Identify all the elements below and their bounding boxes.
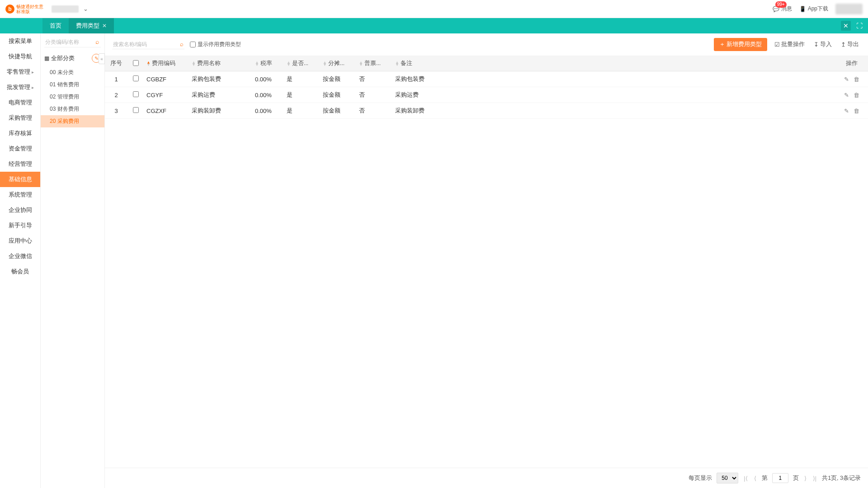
row-checkbox[interactable] xyxy=(133,91,139,97)
cell-yesno: 是 xyxy=(284,103,320,119)
th-name[interactable]: ▲▼费用名称 xyxy=(189,56,252,71)
tab-home-label: 首页 xyxy=(50,22,61,30)
table-search-input[interactable] xyxy=(112,40,184,49)
cell-index: 1 xyxy=(105,71,127,87)
search-icon[interactable]: ⌕ xyxy=(180,41,184,47)
nav-item[interactable]: 批发管理▸ xyxy=(0,80,40,95)
table-header-row: 序号 ▲▼费用编码 ▲▼费用名称 ▲▼税率 ▲▼是否... ▲▼分摊... ▲▼… xyxy=(105,56,868,71)
category-search: ⌕ xyxy=(41,33,104,51)
category-item[interactable]: 00 未分类 xyxy=(41,66,104,79)
th-rate[interactable]: ▲▼税率 xyxy=(252,56,284,71)
org-name-redacted xyxy=(52,5,79,13)
th-checkbox xyxy=(127,56,144,71)
edit-icon[interactable]: ✎ xyxy=(844,108,849,114)
cell-code: CGYF xyxy=(144,87,189,103)
fullscreen-button[interactable]: ⛶ xyxy=(854,21,864,31)
nav-item[interactable]: 企业协同 xyxy=(0,202,40,218)
delete-icon[interactable]: 🗑 xyxy=(854,92,859,99)
cell-remark: 采购包装费 xyxy=(392,71,835,87)
left-nav: 搜索菜单快捷导航零售管理▸批发管理▸电商管理采购管理库存核算资金管理经营管理基础… xyxy=(0,33,41,488)
user-menu[interactable] xyxy=(835,4,863,14)
main-area: 搜索菜单快捷导航零售管理▸批发管理▸电商管理采购管理库存核算资金管理经营管理基础… xyxy=(0,33,868,488)
category-search-input[interactable] xyxy=(44,37,101,47)
tab-home[interactable]: 首页 xyxy=(42,18,69,33)
nav-item[interactable]: 应用中心 xyxy=(0,233,40,249)
show-disabled-checkbox[interactable]: 显示停用费用类型 xyxy=(190,41,241,48)
show-disabled-input[interactable] xyxy=(190,42,196,47)
header-actions: 💬 消息 99+ 📱 App下载 xyxy=(773,4,863,14)
cell-index: 2 xyxy=(105,87,127,103)
chevron-left-icon: « xyxy=(100,56,103,61)
tab-expense-type-label: 费用类型 xyxy=(76,22,99,30)
th-invoice[interactable]: ▲▼普票... xyxy=(356,56,392,71)
nav-item[interactable]: 快捷导航 xyxy=(0,49,40,64)
last-page-button[interactable]: ⟩| xyxy=(812,475,817,482)
batch-icon: ☑ xyxy=(774,41,780,48)
edit-icon[interactable]: ✎ xyxy=(844,92,849,99)
category-item[interactable]: 01 销售费用 xyxy=(41,79,104,91)
per-page-select[interactable]: 50 xyxy=(717,473,738,483)
select-all-checkbox[interactable] xyxy=(133,60,139,66)
nav-item[interactable]: 新手引导 xyxy=(0,218,40,233)
org-selector[interactable]: ⌄ xyxy=(47,4,93,14)
nav-item-label: 资金管理 xyxy=(9,145,32,153)
nav-item[interactable]: 电商管理 xyxy=(0,95,40,110)
add-expense-type-button[interactable]: ＋ 新增费用类型 xyxy=(714,38,767,51)
nav-item[interactable]: 库存核算 xyxy=(0,126,40,141)
th-allocation[interactable]: ▲▼分摊... xyxy=(320,56,356,71)
first-page-button[interactable]: |⟨ xyxy=(743,475,748,482)
category-header[interactable]: ▦ 全部分类 ✎ xyxy=(41,51,104,66)
nav-item[interactable]: 资金管理 xyxy=(0,141,40,156)
cell-rate: 0.00% xyxy=(252,103,284,119)
export-button[interactable]: ↥ 导出 xyxy=(839,39,861,50)
avatar-redacted xyxy=(835,4,863,14)
row-checkbox[interactable] xyxy=(133,107,139,113)
table-body: 1CGBZF采购包装费0.00%是按金额否采购包装费✎🗑2CGYF采购运费0.0… xyxy=(105,71,868,119)
search-icon[interactable]: ⌕ xyxy=(95,38,99,45)
nav-item[interactable]: 系统管理 xyxy=(0,187,40,202)
collapse-panel-button[interactable]: « xyxy=(99,53,105,64)
nav-item-label: 采购管理 xyxy=(9,114,32,122)
th-index[interactable]: 序号 xyxy=(105,56,127,71)
table-wrap[interactable]: 序号 ▲▼费用编码 ▲▼费用名称 ▲▼税率 ▲▼是否... ▲▼分摊... ▲▼… xyxy=(105,56,868,468)
th-remark[interactable]: ▲▼备注 xyxy=(392,56,835,71)
nav-item[interactable]: 零售管理▸ xyxy=(0,64,40,80)
delete-icon[interactable]: 🗑 xyxy=(854,108,859,114)
nav-item[interactable]: 采购管理 xyxy=(0,110,40,126)
nav-item[interactable]: 畅会员 xyxy=(0,264,40,279)
app-download-button[interactable]: 📱 App下载 xyxy=(799,5,828,13)
cell-code: CGZXF xyxy=(144,103,189,119)
page-input[interactable] xyxy=(772,473,788,483)
cell-name: 采购装卸费 xyxy=(189,103,252,119)
nav-item[interactable]: 经营管理 xyxy=(0,156,40,172)
row-checkbox[interactable] xyxy=(133,75,139,81)
category-item[interactable]: 20 采购费用 xyxy=(41,115,104,127)
next-page-button[interactable]: ⟩ xyxy=(803,475,807,482)
import-button[interactable]: ↧ 导入 xyxy=(812,39,834,50)
page-prefix: 第 xyxy=(762,474,768,482)
cell-checkbox xyxy=(127,103,144,119)
edit-icon[interactable]: ✎ xyxy=(844,76,849,83)
nav-item-label: 企业微信 xyxy=(9,253,32,260)
cell-operations: ✎🗑 xyxy=(835,103,868,119)
th-code[interactable]: ▲▼费用编码 xyxy=(144,56,189,71)
category-list: 00 未分类01 销售费用02 管理费用03 财务费用20 采购费用 xyxy=(41,66,104,128)
close-icon[interactable]: ✕ xyxy=(102,23,107,29)
nav-item[interactable]: 企业微信 xyxy=(0,249,40,264)
close-all-tabs-button[interactable]: ✕ xyxy=(841,21,851,31)
nav-item-label: 系统管理 xyxy=(9,191,32,199)
tab-expense-type[interactable]: 费用类型 ✕ xyxy=(69,18,114,33)
cell-rate: 0.00% xyxy=(252,87,284,103)
category-item[interactable]: 02 管理费用 xyxy=(41,91,104,103)
batch-operate-button[interactable]: ☑ 批量操作 xyxy=(773,39,807,50)
th-yesno[interactable]: ▲▼是否... xyxy=(284,56,320,71)
delete-icon[interactable]: 🗑 xyxy=(854,76,859,83)
messages-button[interactable]: 💬 消息 99+ xyxy=(773,5,792,13)
prev-page-button[interactable]: ⟨ xyxy=(753,475,757,482)
nav-item[interactable]: 基础信息 xyxy=(0,172,40,187)
cell-invoice: 否 xyxy=(356,87,392,103)
page-suffix: 页 xyxy=(793,474,799,482)
category-item[interactable]: 03 财务费用 xyxy=(41,103,104,115)
nav-item[interactable]: 搜索菜单 xyxy=(0,33,40,49)
cell-code: CGBZF xyxy=(144,71,189,87)
